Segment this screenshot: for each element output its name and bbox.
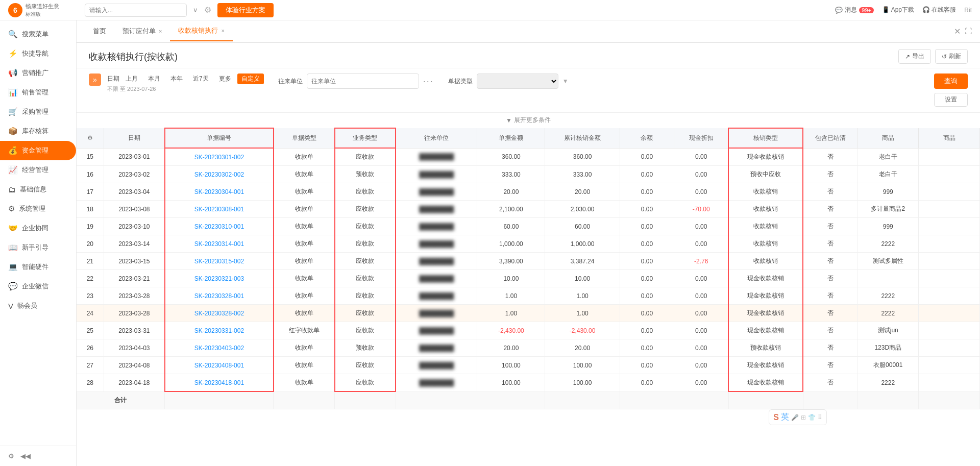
- table-row: 16 2023-03-02 SK-20230302-002 收款单 预收款 ██…: [77, 166, 980, 183]
- settings-bottom-icon[interactable]: ⚙: [8, 452, 14, 460]
- doc-link[interactable]: SK-20230328-001: [194, 292, 244, 300]
- query-btn[interactable]: 查询: [934, 73, 968, 89]
- cell-goods2: [919, 339, 980, 357]
- cell-goods2: [919, 322, 980, 339]
- industry-btn[interactable]: 体验行业方案: [217, 3, 274, 17]
- date-btn-custom[interactable]: 自定义: [237, 73, 264, 84]
- cell-date: 2023-04-03: [104, 339, 165, 357]
- doc-link[interactable]: SK-20230308-001: [194, 206, 244, 213]
- refresh-btn[interactable]: ↺ 刷新: [935, 49, 968, 64]
- doctype-chevron[interactable]: ▼: [562, 78, 569, 85]
- cell-doctype: 收款单: [274, 218, 335, 235]
- dots-icon[interactable]: ···: [423, 76, 434, 87]
- date-btn-more[interactable]: 更多: [215, 73, 235, 84]
- sidebar-item-hardware[interactable]: 💻 智能硬件: [0, 257, 76, 277]
- cell-doctype: 收款单: [274, 235, 335, 253]
- doc-link[interactable]: SK-20230403-002: [194, 345, 244, 352]
- tab-home[interactable]: 首页: [85, 21, 114, 41]
- sidebar-item-collab[interactable]: 🤝 企业协同: [0, 218, 76, 238]
- cell-date: 2023-03-04: [104, 183, 165, 201]
- date-btn-this-month[interactable]: 本月: [144, 73, 164, 84]
- sidebar-item-quicknav[interactable]: ⚡ 快捷导航: [0, 44, 76, 63]
- col-settings[interactable]: ⚙: [77, 128, 104, 148]
- sidebar-item-search[interactable]: 🔍 搜索菜单: [0, 24, 76, 44]
- sidebar-item-operation[interactable]: 📈 经营管理: [0, 160, 76, 180]
- col-settings-icon[interactable]: ⚙: [87, 134, 93, 141]
- date-btn-7days[interactable]: 近7天: [189, 73, 213, 84]
- sidebar-label-basic: 基础信息: [20, 185, 46, 194]
- cell-no: 24: [77, 305, 104, 322]
- cell-discount: 0.00: [674, 287, 728, 305]
- date-btn-this-year[interactable]: 本年: [166, 73, 187, 84]
- date-btn-last-month[interactable]: 上月: [121, 73, 142, 84]
- partner-input[interactable]: [307, 73, 419, 89]
- doc-link[interactable]: SK-20230310-001: [194, 223, 244, 230]
- tab-fullscreen-icon[interactable]: ⛶: [965, 27, 972, 35]
- doc-link[interactable]: SK-20230315-002: [194, 258, 244, 265]
- settings-icon[interactable]: ⚙: [204, 5, 211, 15]
- doctype-select[interactable]: 收款单 红字收款单: [477, 73, 558, 89]
- cell-partner: ████████: [396, 218, 477, 235]
- doc-link[interactable]: SK-20230418-001: [194, 379, 244, 386]
- sidebar-item-guide[interactable]: 📖 新手引导: [0, 238, 76, 257]
- message-label: 消息: [845, 6, 857, 14]
- sidebar-item-wechat[interactable]: 💬 企业微信: [0, 277, 76, 296]
- cell-goods2: [919, 235, 980, 253]
- filter-expand-btn[interactable]: »: [89, 73, 101, 86]
- watermark-shirt-icon: 👕: [808, 414, 816, 421]
- cell-discount: -2.76: [674, 253, 728, 270]
- cell-included: 否: [803, 374, 857, 392]
- cell-doctype: 收款单: [274, 339, 335, 357]
- app-download[interactable]: 📱 App下载: [882, 6, 914, 14]
- sidebar-label-operation: 经营管理: [22, 165, 48, 175]
- sidebar-label-vip: 畅会员: [17, 301, 37, 310]
- cell-included: 否: [803, 305, 857, 322]
- doc-link[interactable]: SK-20230302-002: [194, 171, 244, 178]
- sidebar-item-basic[interactable]: 🗂 基础信息: [0, 180, 76, 199]
- cell-discount: 0.00: [674, 374, 728, 392]
- sidebar-item-system[interactable]: ⚙ 系统管理: [0, 199, 76, 218]
- tab-prepay-close[interactable]: ×: [159, 28, 162, 34]
- doc-link[interactable]: SK-20230304-001: [194, 188, 244, 195]
- collapse-icon[interactable]: ◀◀: [20, 452, 31, 460]
- col-writeoff-type: 核销类型: [728, 128, 803, 148]
- doc-link[interactable]: SK-20230331-002: [194, 327, 244, 334]
- tab-prepay[interactable]: 预订应付单 ×: [114, 21, 170, 41]
- setting-btn[interactable]: 设置: [934, 93, 968, 107]
- table-row: 22 2023-03-21 SK-20230321-003 收款单 应收款 ██…: [77, 270, 980, 287]
- cell-docno: SK-20230328-001: [165, 287, 274, 305]
- doc-link[interactable]: SK-20230321-003: [194, 275, 244, 282]
- cell-doctype: 收款单: [274, 148, 335, 166]
- sidebar-item-finance[interactable]: 💰 资金管理: [0, 141, 76, 160]
- nav-input[interactable]: [85, 4, 187, 17]
- doc-link[interactable]: SK-20230408-001: [194, 362, 244, 369]
- table-row: 19 2023-03-10 SK-20230310-001 收款单 应收款 ██…: [77, 218, 980, 235]
- sidebar-item-marketing[interactable]: 📢 营销推广: [0, 63, 76, 83]
- online-service[interactable]: 🎧 在线客服: [922, 6, 956, 14]
- export-btn[interactable]: ↗ 导出: [898, 49, 931, 64]
- sidebar-item-sales[interactable]: 📊 销售管理: [0, 83, 76, 102]
- message-count-badge: 99+: [859, 7, 874, 13]
- cell-amount: 100.00: [477, 374, 545, 392]
- sidebar-item-vip[interactable]: V 畅会员: [0, 296, 76, 315]
- cell-biztype: 应收款: [335, 235, 396, 253]
- doc-link[interactable]: SK-20230301-002: [194, 154, 244, 161]
- tab-writeoff[interactable]: 收款核销执行 ×: [170, 21, 232, 41]
- doc-link[interactable]: SK-20230328-002: [194, 310, 244, 317]
- doc-link[interactable]: SK-20230314-001: [194, 240, 244, 248]
- cell-partner: ████████: [396, 270, 477, 287]
- sidebar-item-inventory[interactable]: 📦 库存核算: [0, 121, 76, 141]
- cell-amount: 1.00: [477, 287, 545, 305]
- cell-docno: SK-20230331-002: [165, 322, 274, 339]
- top-bar-right: 💬 消息 99+ 📱 App下载 🎧 在线客服 Rit: [835, 6, 972, 14]
- tab-writeoff-close[interactable]: ×: [221, 28, 224, 34]
- notification-badge[interactable]: 💬 消息 99+: [835, 6, 874, 14]
- cell-writeoff-type: 预收中应收: [728, 166, 803, 183]
- chevron-down-icon[interactable]: ∨: [193, 6, 198, 14]
- expand-more-btn[interactable]: ▼ 展开更多条件: [77, 113, 980, 128]
- sidebar-item-purchase[interactable]: 🛒 采购管理: [0, 102, 76, 121]
- cell-writeoff-type: 收款核销: [728, 235, 803, 253]
- partner-label: 往来单位: [278, 77, 303, 86]
- tab-close-all-icon[interactable]: ✕: [954, 27, 961, 36]
- cell-goods1: 2222: [857, 235, 919, 253]
